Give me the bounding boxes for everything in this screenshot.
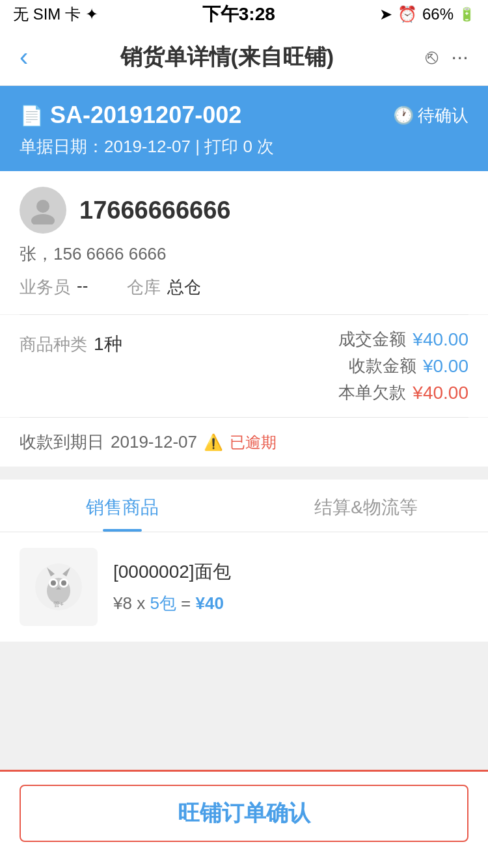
salesperson-label: 业务员: [20, 276, 70, 299]
tab-products[interactable]: 销售商品: [0, 480, 244, 532]
alarm-icon: ⏰: [398, 5, 417, 23]
owed-label: 本单欠款: [338, 381, 406, 404]
warehouse-label: 仓库: [127, 276, 161, 299]
sim-label: 无 SIM 卡 ✦: [13, 4, 98, 25]
due-date-label: 收款到期日: [20, 431, 104, 454]
customer-meta: 业务员 -- 仓库 总仓: [20, 276, 468, 299]
transaction-value: ¥40.00: [413, 329, 468, 350]
product-name: [0000002]面包: [113, 560, 468, 584]
share-icon[interactable]: ⎋: [426, 45, 438, 69]
battery-icon: 🔋: [459, 7, 475, 22]
svg-point-9: [61, 580, 66, 586]
back-button[interactable]: ‹: [20, 42, 28, 72]
table-row: 管+ [0000002]面包 ¥8 x 5包 = ¥40: [0, 532, 488, 642]
svg-point-0: [36, 200, 49, 213]
transaction-label: 成交金额: [338, 328, 406, 351]
status-left: 无 SIM 卡 ✦: [13, 4, 98, 25]
order-status: 🕐 待确认: [393, 104, 468, 127]
more-icon[interactable]: ···: [451, 45, 468, 69]
due-date-value: 2019-12-07: [111, 432, 197, 452]
product-type-label: 商品种类: [20, 333, 87, 356]
due-date-section: 收款到期日 2019-12-07 ⚠️ 已逾期: [0, 418, 488, 467]
quantity: 5包: [150, 593, 176, 613]
customer-phone: 17666666666: [79, 197, 230, 224]
page-title: 销货单详情(来自旺铺): [120, 42, 334, 72]
product-info: [0000002]面包 ¥8 x 5包 = ¥40: [113, 560, 468, 615]
confirm-order-button[interactable]: 旺铺订单确认: [20, 785, 468, 842]
tab-settlement[interactable]: 结算&物流等: [244, 480, 488, 532]
owed-value: ¥40.00: [413, 383, 468, 403]
order-header: 📄 SA-20191207-002 🕐 待确认 单据日期：2019-12-07 …: [0, 86, 488, 171]
amounts-block: 成交金额 ¥40.00 收款金额 ¥0.00 本单欠款 ¥40.00: [338, 328, 468, 404]
location-icon: ➤: [379, 5, 392, 23]
customer-name: 张，156 6666 6666: [20, 243, 468, 265]
product-thumbnail: 管+: [20, 548, 98, 626]
nav-bar: ‹ 销货单详情(来自旺铺) ⎋ ···: [0, 29, 488, 86]
status-right: ➤ ⏰ 66% 🔋: [379, 5, 475, 23]
overdue-badge: 已逾期: [230, 432, 277, 453]
avatar: [20, 187, 66, 234]
nav-left[interactable]: ‹: [20, 42, 28, 72]
order-id: 📄 SA-20191207-002: [20, 102, 241, 129]
price-per-unit: ¥8 x: [113, 593, 145, 613]
svg-text:管+: 管+: [53, 601, 64, 608]
svg-point-1: [31, 214, 55, 224]
svg-point-8: [51, 580, 56, 586]
summary-section: 商品种类 1种 成交金额 ¥40.00 收款金额 ¥0.00 本单欠款 ¥40.…: [0, 315, 488, 417]
received-label: 收款金额: [349, 355, 416, 377]
salesperson-value: --: [77, 276, 88, 299]
product-list: 管+ [0000002]面包 ¥8 x 5包 = ¥40: [0, 532, 488, 642]
equals-sign: =: [181, 593, 191, 613]
battery-label: 66%: [422, 5, 454, 23]
received-value: ¥0.00: [423, 356, 468, 377]
product-type-value: 1种: [94, 332, 122, 357]
order-icon: 📄: [20, 104, 44, 127]
tabs[interactable]: 销售商品 结算&物流等: [0, 480, 488, 532]
total-price: ¥40: [196, 593, 224, 613]
status-time: 下午3:28: [202, 2, 275, 27]
confirm-button-wrap: 旺铺订单确认: [0, 770, 488, 868]
status-bar: 无 SIM 卡 ✦ 下午3:28 ➤ ⏰ 66% 🔋: [0, 0, 488, 29]
nav-right[interactable]: ⎋ ···: [426, 45, 468, 69]
customer-card: 17666666666 张，156 6666 6666 业务员 -- 仓库 总仓: [0, 171, 488, 314]
clock-icon: 🕐: [393, 105, 414, 126]
warehouse-value: 总仓: [167, 276, 201, 299]
order-date: 单据日期：2019-12-07 | 打印 0 次: [20, 135, 468, 158]
overdue-icon: ⚠️: [204, 433, 223, 452]
product-price: ¥8 x 5包 = ¥40: [113, 592, 468, 615]
section-gap: [0, 467, 488, 480]
bottom-spacer: [0, 642, 488, 772]
